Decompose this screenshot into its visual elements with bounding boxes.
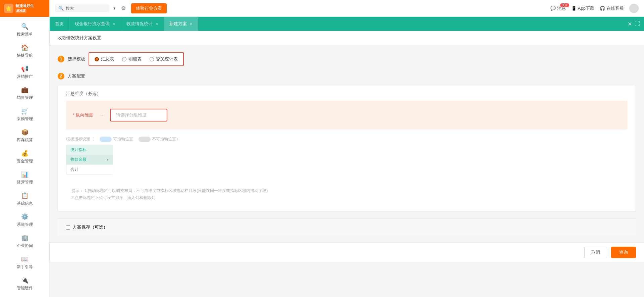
tab-collection-close[interactable]: ✕ <box>155 22 158 26</box>
step2-num: 2 <box>58 73 64 80</box>
indicators-hint: 模板指标设定（ 可拖动位置 不可拖动位置） <box>66 136 628 142</box>
config-section: 汇总维度（必选） * 纵向维度 → 请选择分组维度 模板指标设 <box>58 85 636 212</box>
basic-info-icon: 📋 <box>21 192 29 199</box>
sidebar-item-label: 销售管理 <box>17 95 33 101</box>
stats-table-header: 统计指标 <box>66 145 113 155</box>
radio-detail-label: 明细表 <box>128 56 142 62</box>
radio-cross-label: 交叉统计表 <box>156 56 178 62</box>
tab-expand-icon[interactable]: ⛶ <box>635 21 640 27</box>
tab-home[interactable]: 首页 <box>50 17 69 31</box>
gear-icon[interactable]: ⚙ <box>120 4 127 13</box>
sidebar-item-basic-info[interactable]: 📋 基础信息 <box>0 189 49 210</box>
page-body: 1 选择模板 汇总表 明细表 交叉统计表 <box>50 45 644 242</box>
stats-label: 统计指标 <box>70 147 87 153</box>
radio-summary-input[interactable] <box>95 57 99 61</box>
download-button[interactable]: 📱 App下载 <box>571 5 594 11</box>
service-button[interactable]: 🎧 在线客服 <box>600 5 624 11</box>
sidebar-item-label: 基础信息 <box>17 201 33 206</box>
topbar: 🔍 ▾ ⚙ 体验行业方案 💬 消息 99+ 📱 App下载 🎧 在线客服 <box>50 0 644 17</box>
breadcrumb: 收款情况统计方案设置 <box>58 35 101 40</box>
sidebar-item-label: 系统管理 <box>17 222 33 228</box>
sidebar-item-label: 采购管理 <box>17 116 33 122</box>
stats-dropdown-icon[interactable]: ▾ <box>107 157 109 162</box>
dropdown-label: ▾ <box>113 6 116 11</box>
system-icon: ⚙️ <box>21 213 29 220</box>
logo-line1: 畅捷通好生 <box>15 3 34 8</box>
download-label: App下载 <box>578 5 594 11</box>
sales-icon: 💼 <box>21 86 29 94</box>
sidebar-item-home[interactable]: 🏠 快捷导航 <box>0 41 49 62</box>
query-button[interactable]: 查询 <box>611 247 636 258</box>
indicators-section: 模板指标设定（ 可拖动位置 不可拖动位置） <box>66 136 628 176</box>
sidebar-item-label: 搜索菜单 <box>17 32 33 37</box>
service-icon: 🎧 <box>600 6 605 11</box>
save-checkbox[interactable] <box>66 225 70 230</box>
tab-new-plan-label: 新建方案 <box>169 21 187 27</box>
radio-detail[interactable]: 明细表 <box>122 56 142 62</box>
sidebar-item-inventory[interactable]: 📦 库存核算 <box>0 125 49 146</box>
step1-section: 1 选择模板 汇总表 明细表 交叉统计表 <box>58 52 636 66</box>
sidebar-item-hardware[interactable]: 🔌 智能硬件 <box>0 273 49 294</box>
radio-cross[interactable]: 交叉统计表 <box>150 56 178 62</box>
tab-new-plan[interactable]: 新建方案 ✕ <box>164 17 198 31</box>
sidebar-item-sales[interactable]: 💼 销售管理 <box>0 83 49 104</box>
step2-header: 2 方案配置 <box>58 73 636 80</box>
save-label: 方案保存（可选） <box>73 224 108 230</box>
tab-close-all-icon[interactable]: ✕ <box>628 21 632 27</box>
notification-button[interactable]: 💬 消息 99+ <box>550 5 566 11</box>
sidebar-item-system[interactable]: ⚙️ 系统管理 <box>0 210 49 231</box>
arrow-icon: → <box>99 112 105 119</box>
topbar-search[interactable]: 🔍 <box>55 4 109 12</box>
step1-header: 1 选择模板 汇总表 明细表 交叉统计表 <box>58 52 636 66</box>
hint-fixed: 不可拖动位置） <box>139 136 180 142</box>
sidebar-item-search[interactable]: 🔍 搜索菜单 <box>0 19 49 41</box>
main-area: 🔍 ▾ ⚙ 体验行业方案 💬 消息 99+ 📱 App下载 🎧 在线客服 <box>50 0 644 297</box>
sidebar-item-label: 经营管理 <box>17 180 33 185</box>
search-icon: 🔍 <box>58 6 64 11</box>
fixed-badge <box>139 137 151 142</box>
step1-title: 选择模板 <box>68 56 85 62</box>
sidebar-item-label: 新手引导 <box>17 264 33 270</box>
step2-section: 2 方案配置 汇总维度（必选） * 纵向维度 → 请选择分组维度 <box>58 73 636 212</box>
sidebar-nav: 🔍 搜索菜单 🏠 快捷导航 📢 营销推广 💼 销售管理 🛒 采购管理 📦 库存核… <box>0 17 49 297</box>
cancel-button[interactable]: 取消 <box>584 247 607 258</box>
marketing-icon: 📢 <box>21 65 29 72</box>
sidebar-item-purchase[interactable]: 🛒 采购管理 <box>0 104 49 125</box>
topbar-right: 💬 消息 99+ 📱 App下载 🎧 在线客服 <box>550 4 639 13</box>
industry-button[interactable]: 体验行业方案 <box>131 3 167 13</box>
radio-detail-input[interactable] <box>122 57 126 61</box>
sidebar-item-operations[interactable]: 📊 经营管理 <box>0 167 49 189</box>
topbar-dropdown[interactable]: ▾ <box>113 6 116 11</box>
search-input[interactable] <box>66 6 106 11</box>
hint-draggable: 可拖动位置 <box>100 136 133 142</box>
tab-new-plan-close[interactable]: ✕ <box>190 22 193 26</box>
tabbar-actions: ✕ ⛶ <box>624 17 644 31</box>
dimension-selector[interactable]: 请选择分组维度 <box>110 109 167 121</box>
search-icon: 🔍 <box>21 23 29 30</box>
stats-table-row: 合计 <box>66 164 113 175</box>
tab-collection-label: 收款情况统计 <box>126 21 153 27</box>
service-label: 在线客服 <box>606 5 624 11</box>
step1-num: 1 <box>58 56 64 62</box>
tab-bank-close[interactable]: ✕ <box>112 22 115 26</box>
dimension-area: * 纵向维度 → 请选择分组维度 <box>66 101 628 130</box>
user-avatar[interactable] <box>629 4 639 13</box>
tab-bank[interactable]: 现金银行流水查询 ✕ <box>69 17 121 31</box>
sidebar-item-wechat[interactable]: 💬 企业微信 <box>0 294 49 297</box>
sidebar-item-marketing[interactable]: 📢 营销推广 <box>0 62 49 83</box>
logo-icon: 🌟 <box>4 4 13 13</box>
radio-cross-input[interactable] <box>150 57 154 61</box>
indicators-hint-text: 模板指标设定（ <box>66 136 94 142</box>
tab-collection[interactable]: 收款情况统计 ✕ <box>121 17 164 31</box>
sidebar-item-label: 企业协同 <box>17 243 33 249</box>
sidebar-item-enterprise[interactable]: 🏢 企业协同 <box>0 231 49 252</box>
stats-header-row[interactable]: 收款金额 ▾ <box>66 155 113 164</box>
radio-summary[interactable]: 汇总表 <box>95 56 114 62</box>
tip-line1: 提示： 1.拖动标题栏可以调整布局，不可跨维度或指标区域拖动栏目段(只能在同一维… <box>71 188 622 194</box>
hardware-icon: 🔌 <box>21 277 29 284</box>
sidebar-item-guide[interactable]: 📖 新手引导 <box>0 252 49 273</box>
message-icon: 💬 <box>550 6 556 11</box>
save-section: 方案保存（可选） <box>58 218 636 236</box>
sidebar-item-finance[interactable]: 💰 资金管理 <box>0 146 49 167</box>
radio-summary-label: 汇总表 <box>101 56 114 62</box>
